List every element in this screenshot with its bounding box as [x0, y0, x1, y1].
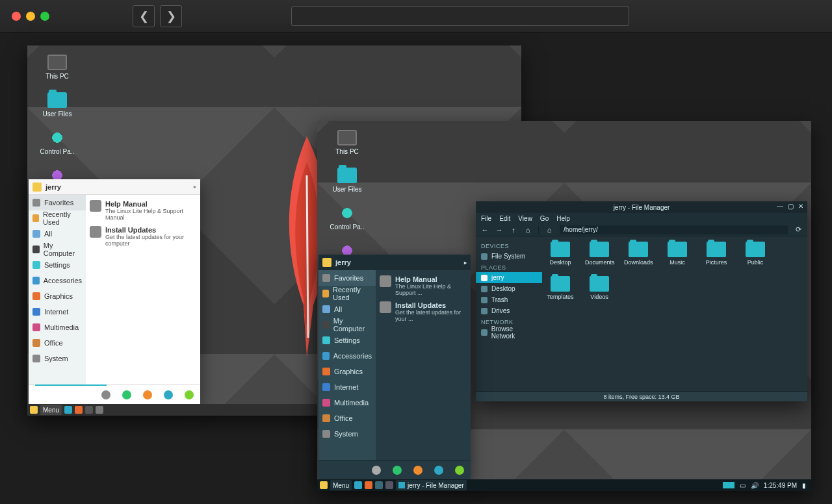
- sidebar-item-file-system[interactable]: File System: [476, 251, 542, 262]
- gear-icon: [47, 130, 67, 145]
- category-settings[interactable]: Settings: [318, 333, 376, 348]
- taskbar-app-icon[interactable]: [96, 406, 103, 414]
- category-all[interactable]: All: [318, 301, 376, 317]
- category-settings[interactable]: Settings: [29, 257, 86, 273]
- power-icon[interactable]: [185, 390, 194, 399]
- path-home-icon[interactable]: ⌂: [545, 226, 553, 234]
- category-accessories[interactable]: Accessories: [29, 273, 86, 288]
- category-all[interactable]: All: [29, 226, 86, 242]
- category-recently-used[interactable]: Recently Used: [29, 210, 86, 226]
- folder-documents[interactable]: Documents: [585, 242, 614, 266]
- category-label: Internet: [334, 383, 358, 391]
- tray-display-icon[interactable]: ▭: [740, 482, 746, 489]
- taskbar-window-button[interactable]: jerry - File Manager: [396, 480, 467, 490]
- search-icon[interactable]: [372, 466, 381, 475]
- tray-highlight[interactable]: [723, 482, 734, 488]
- start-logo-icon[interactable]: [320, 481, 328, 489]
- reload-icon[interactable]: ⟳: [794, 226, 802, 234]
- address-bar[interactable]: [291, 6, 629, 26]
- taskbar-terminal-icon[interactable]: [375, 481, 383, 489]
- menu-help[interactable]: Help: [556, 215, 570, 222]
- sidebar-item-browse-network[interactable]: Browse Network: [476, 327, 542, 338]
- file-manager-content[interactable]: DesktopDocumentsDownloadsMusicPicturesPu…: [542, 236, 807, 391]
- menu-go[interactable]: Go: [540, 215, 549, 222]
- folder-desktop[interactable]: Desktop: [546, 242, 575, 266]
- tray-clock[interactable]: 1:25:49 PM: [764, 482, 797, 489]
- window-minimize-button[interactable]: —: [776, 203, 784, 210]
- sidebar-item-desktop[interactable]: Desktop: [476, 283, 542, 294]
- nav-up-icon[interactable]: ↑: [510, 226, 517, 234]
- menu-view[interactable]: View: [518, 215, 532, 222]
- folder-videos[interactable]: Videos: [585, 276, 614, 300]
- taskbar-terminal-icon[interactable]: [85, 406, 93, 414]
- taskbar-files-icon[interactable]: [64, 406, 72, 414]
- zoom-dot[interactable]: [40, 12, 49, 21]
- folder-pictures[interactable]: Pictures: [702, 242, 731, 266]
- close-dot[interactable]: [12, 12, 21, 21]
- search-icon[interactable]: [101, 390, 110, 399]
- home-icon[interactable]: [393, 466, 402, 475]
- desktop-icon-user-files[interactable]: User Files: [38, 92, 77, 118]
- path-bar[interactable]: /home/jerry/: [560, 225, 788, 234]
- desktop-icon-this-pc[interactable]: This PC: [328, 130, 367, 155]
- category-multimedia[interactable]: Multimedia: [318, 395, 376, 410]
- nav-back-icon[interactable]: ←: [481, 226, 489, 234]
- desktop-icon-control-panel[interactable]: Control Pa..: [328, 205, 367, 231]
- folder-downloads[interactable]: Downloads: [624, 242, 653, 266]
- category-favorites[interactable]: Favorites: [29, 195, 86, 210]
- app-install-updates[interactable]: Install UpdatesGet the latest updates fo…: [378, 299, 468, 325]
- power-icon[interactable]: [455, 466, 464, 475]
- sidebar-item-drives[interactable]: Drives: [476, 305, 542, 316]
- lock-icon[interactable]: [413, 466, 422, 475]
- minimize-dot[interactable]: [26, 12, 35, 21]
- app-help-manual[interactable]: Help ManualThe Linux Lite Help & Support…: [378, 273, 468, 299]
- nav-forward-icon[interactable]: →: [495, 226, 503, 234]
- user-icon[interactable]: [434, 466, 443, 475]
- folder-templates[interactable]: Templates: [546, 276, 575, 300]
- taskbar-files-icon[interactable]: [354, 481, 362, 489]
- nav-back-button[interactable]: ❮: [133, 5, 155, 27]
- taskbar-app-icon[interactable]: [385, 481, 393, 489]
- category-recently-used[interactable]: Recently Used: [318, 286, 376, 301]
- nav-forward-button[interactable]: ❯: [160, 5, 182, 27]
- category-office[interactable]: Office: [318, 410, 376, 426]
- menu-file[interactable]: File: [481, 215, 491, 222]
- sidebar-item-trash[interactable]: Trash: [476, 294, 542, 305]
- category-internet[interactable]: Internet: [29, 304, 86, 320]
- taskbar-firefox-icon[interactable]: [75, 406, 83, 414]
- folder-music[interactable]: Music: [663, 242, 692, 266]
- user-icon[interactable]: [164, 390, 173, 399]
- category-favorites[interactable]: Favorites: [318, 270, 376, 286]
- category-multimedia[interactable]: Multimedia: [29, 320, 86, 335]
- home-icon[interactable]: [122, 390, 131, 399]
- desktop-icon-control-panel[interactable]: Control Pa..: [38, 130, 77, 155]
- category-graphics[interactable]: Graphics: [29, 288, 86, 304]
- category-my-computer[interactable]: My Computer: [29, 242, 86, 257]
- window-close-button[interactable]: ✕: [797, 203, 805, 210]
- folder-public[interactable]: Public: [741, 242, 770, 266]
- start-logo-icon[interactable]: [30, 406, 38, 414]
- tray-show-desktop-icon[interactable]: ▮: [802, 482, 806, 489]
- file-manager-titlebar[interactable]: jerry - File Manager — ▢ ✕: [476, 201, 807, 213]
- tray-volume-icon[interactable]: 🔊: [751, 482, 759, 489]
- window-maximize-button[interactable]: ▢: [786, 203, 794, 210]
- start-menu-button[interactable]: Menu: [330, 480, 352, 490]
- start-menu-button[interactable]: Menu: [40, 405, 62, 415]
- desktop-icon-this-pc[interactable]: This PC: [38, 55, 77, 80]
- category-internet[interactable]: Internet: [318, 379, 376, 395]
- app-install-updates[interactable]: Install UpdatesGet the latest updates fo…: [88, 223, 198, 249]
- menu-edit[interactable]: Edit: [499, 215, 510, 222]
- desktop-icon-user-files[interactable]: User Files: [328, 168, 367, 193]
- category-system[interactable]: System: [29, 351, 86, 366]
- category-system[interactable]: System: [318, 426, 376, 442]
- taskbar-firefox-icon[interactable]: [365, 481, 372, 489]
- lock-icon[interactable]: [143, 390, 152, 399]
- category-my-computer[interactable]: My Computer: [318, 317, 376, 333]
- sidebar-item-jerry[interactable]: jerry: [476, 272, 542, 283]
- nav-home-icon[interactable]: ⌂: [524, 226, 532, 234]
- category-accessories[interactable]: Accessories: [318, 348, 376, 364]
- category-office[interactable]: Office: [29, 335, 86, 351]
- app-help-manual[interactable]: Help ManualThe Linux Lite Help & Support…: [88, 197, 198, 223]
- start-menu-categories: FavoritesRecently UsedAllMy ComputerSett…: [318, 270, 376, 460]
- category-graphics[interactable]: Graphics: [318, 364, 376, 379]
